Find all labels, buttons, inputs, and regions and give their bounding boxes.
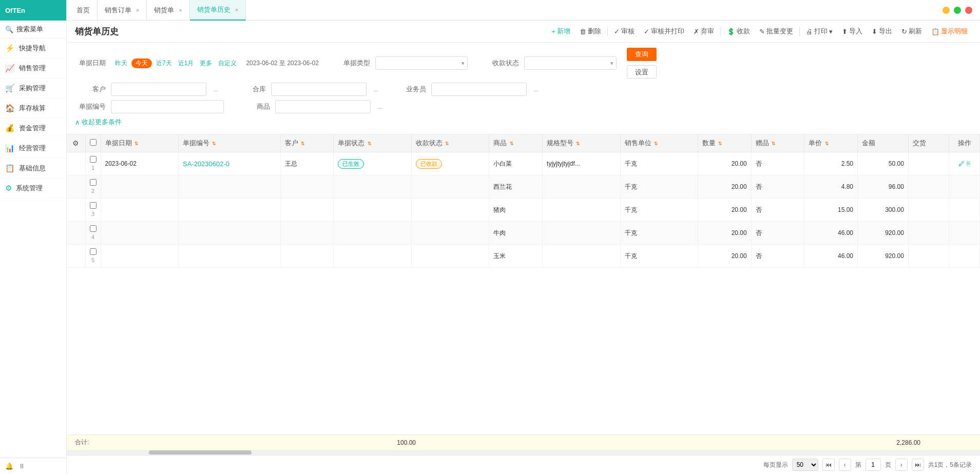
date-range: 2023-06-02 至 2023-06-02: [246, 59, 318, 68]
select-all-checkbox[interactable]: [90, 139, 97, 146]
sidebar-bottom-icon1[interactable]: 🔔: [5, 462, 13, 470]
refresh-icon: ↻: [901, 28, 907, 35]
footer-total-qty: 100.00: [397, 439, 416, 446]
row-doc-status: [334, 175, 411, 199]
col-gift[interactable]: 赠品 ⇅: [751, 134, 804, 152]
prev-page-button[interactable]: ‹: [839, 459, 851, 471]
salesperson-ellipsis[interactable]: ...: [532, 86, 540, 93]
sidebar-item-finance[interactable]: 💰 资金管理: [0, 118, 66, 139]
tab-close-sales-delivery[interactable]: ×: [179, 7, 182, 13]
shortcut-custom[interactable]: 自定义: [216, 58, 239, 68]
audit-button[interactable]: ✓ 审核: [610, 25, 639, 38]
row-checkbox[interactable]: [90, 248, 97, 255]
tab-close-sales-history[interactable]: ×: [235, 7, 238, 13]
col-doc-date[interactable]: 单据日期 ⇅: [101, 134, 178, 152]
tab-sales-order[interactable]: 销售订单 ×: [98, 0, 147, 21]
row-checkbox[interactable]: [90, 202, 97, 209]
col-sales-unit[interactable]: 销售单位 ⇅: [620, 134, 698, 152]
sidebar-item-sales-mgmt[interactable]: 📈 销售管理: [0, 58, 66, 78]
salesperson-input[interactable]: [431, 83, 527, 96]
col-goods[interactable]: 商品 ⇅: [489, 134, 543, 152]
warehouse-input[interactable]: [271, 83, 367, 96]
sidebar-item-search-menu[interactable]: 🔍 搜索菜单: [0, 21, 66, 38]
query-button[interactable]: 查询: [627, 48, 657, 61]
row-checkbox[interactable]: [90, 225, 97, 232]
sidebar-item-purchase-mgmt[interactable]: 🛒 采购管理: [0, 78, 66, 98]
row-operation: [949, 175, 980, 199]
edit-op-button[interactable]: 🖉: [958, 160, 965, 167]
sidebar-item-system-mgmt[interactable]: ⚙ 系统管理: [0, 179, 66, 199]
col-quantity[interactable]: 数量 ⇅: [698, 134, 752, 152]
goods-input[interactable]: [275, 100, 371, 113]
first-page-button[interactable]: ⏮: [822, 459, 835, 471]
sort-unit-price-icon: ⇅: [825, 141, 829, 146]
show-details-icon: 📋: [931, 28, 939, 35]
collect-button[interactable]: 💲 收款: [723, 25, 754, 38]
doc-type-select[interactable]: [375, 56, 468, 70]
abandon-button[interactable]: ✗ 弃审: [689, 25, 718, 38]
shortcut-last1month[interactable]: 近1月: [176, 58, 196, 68]
sidebar-item-basic-info[interactable]: 📋 基础信息: [0, 159, 66, 179]
next-page-button[interactable]: ›: [895, 459, 908, 471]
row-checkbox[interactable]: [90, 156, 97, 163]
maximize-button[interactable]: [954, 7, 961, 14]
page-number-input[interactable]: [866, 459, 881, 471]
col-doc-no[interactable]: 单据编号 ⇅: [178, 134, 280, 152]
last-page-button[interactable]: ⏭: [912, 459, 924, 471]
filter-row-3: 单据编号 商品 ...: [75, 100, 972, 113]
audit-print-button[interactable]: ✓ 审核并打印: [640, 25, 688, 38]
sidebar-item-quick-nav[interactable]: ⚡ 快捷导航: [0, 38, 66, 58]
warehouse-ellipsis[interactable]: ...: [372, 86, 380, 93]
customer-ellipsis[interactable]: ...: [212, 86, 220, 93]
col-spec-type[interactable]: 规格型号 ⇅: [543, 134, 620, 152]
goods-ellipsis[interactable]: ...: [376, 103, 384, 110]
sidebar-item-operations[interactable]: 📊 经营管理: [0, 139, 66, 159]
tab-sales-history[interactable]: 销货单历史 ×: [190, 0, 246, 21]
shortcut-last7days[interactable]: 近7天: [154, 58, 174, 68]
row-doc-no: [178, 222, 280, 245]
col-unit-price[interactable]: 单价 ⇅: [804, 134, 858, 152]
row-amount: 300.00: [858, 199, 909, 222]
shortcut-more[interactable]: 更多: [198, 58, 214, 68]
export-button[interactable]: ⬇ 导出: [868, 25, 896, 38]
delete-button[interactable]: 🗑 删除: [575, 25, 605, 38]
close-button[interactable]: [965, 7, 972, 14]
scrollbar-thumb[interactable]: [149, 450, 252, 455]
tab-sales-delivery[interactable]: 销货单 ×: [147, 0, 189, 21]
minimize-button[interactable]: [943, 7, 950, 14]
show-details-button[interactable]: 📋 显示明细: [927, 25, 972, 38]
doc-no-link[interactable]: SA-20230602-0: [183, 160, 229, 168]
row-checkbox[interactable]: [90, 179, 97, 186]
batch-change-button[interactable]: ✎ 批量变更: [755, 25, 797, 38]
print-button[interactable]: 🖨 打印 ▾: [802, 25, 837, 38]
tab-home[interactable]: 首页: [69, 0, 98, 21]
shortcut-today[interactable]: 今天: [131, 58, 152, 68]
row-transaction: [908, 222, 949, 245]
col-doc-status[interactable]: 单据状态 ⇅: [334, 134, 411, 152]
col-settings[interactable]: ⚙: [67, 134, 85, 152]
row-checkbox-cell: 5: [85, 245, 101, 268]
table-settings-icon[interactable]: ⚙: [72, 139, 79, 147]
col-customer[interactable]: 客户 ⇅: [280, 134, 334, 152]
shortcut-yesterday[interactable]: 昨天: [113, 58, 129, 68]
sidebar-logo: OfTEn: [0, 0, 66, 21]
per-page-select[interactable]: 50 100 200: [792, 459, 818, 471]
collapse-filters[interactable]: ∧ 收起更多条件: [75, 117, 972, 127]
payment-status-select[interactable]: [524, 56, 617, 70]
row-quantity: 20.00: [698, 222, 752, 245]
row-unit-price: 46.00: [804, 245, 858, 268]
row-doc-date: [101, 222, 178, 245]
doc-no-input[interactable]: [111, 100, 224, 113]
page-content: 销货单历史 + 新增 🗑 删除 ✓ 审核 ✓ 审核并打印 ✗ 弃审: [67, 21, 980, 474]
sidebar-bottom-icon2[interactable]: ⏸: [18, 462, 25, 470]
refresh-button[interactable]: ↻ 刷新: [897, 25, 926, 38]
settings-button[interactable]: 设置: [627, 65, 657, 78]
customer-input[interactable]: [111, 83, 206, 96]
horizontal-scrollbar[interactable]: [67, 450, 980, 455]
sidebar-item-inventory[interactable]: 🏠 库存核算: [0, 98, 66, 118]
col-payment-status[interactable]: 收款状态 ⇅: [411, 134, 489, 152]
copy-op-button[interactable]: ⎘: [967, 160, 970, 167]
new-button[interactable]: + 新增: [547, 25, 574, 38]
tab-close-sales-order[interactable]: ×: [136, 7, 139, 13]
import-button[interactable]: ⬆ 导入: [838, 25, 867, 38]
